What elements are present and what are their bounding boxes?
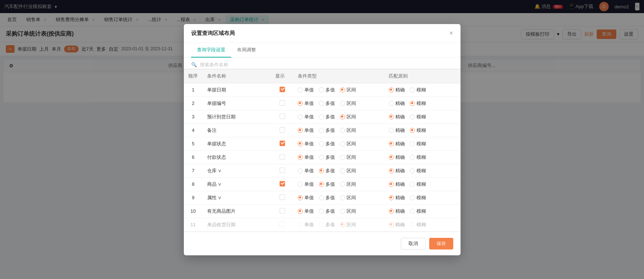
modal-overlay: 设置查询区域布局 × 查询字段设置 布局调整 🔍 顺序 条件名称 显示 条件类型	[0, 0, 644, 106]
radio-type-区间[interactable]: 区间	[340, 100, 356, 106]
table-header-row: 顺序 条件名称 显示 条件类型 匹配原则	[184, 69, 461, 83]
radio-label: 区间	[347, 100, 356, 106]
row-match: 精确模糊	[384, 97, 460, 106]
checkbox-checked[interactable]	[280, 87, 285, 92]
radio-selected	[410, 101, 415, 106]
row-name: 单据编号	[203, 97, 271, 106]
dialog-header: 设置查询区域布局 ×	[184, 24, 461, 43]
radio-selected	[340, 87, 345, 93]
radio-label: 模糊	[416, 87, 426, 93]
checkbox-unchecked[interactable]	[280, 100, 285, 106]
radio-label: 多值	[325, 87, 335, 93]
row-show-checkbox[interactable]	[271, 97, 293, 106]
row-name: 单据日期	[203, 83, 271, 97]
dialog-title: 设置查询区域布局	[191, 30, 235, 37]
radio-label: 精确	[395, 100, 405, 106]
radio-type-多值[interactable]: 多值	[319, 87, 335, 93]
radio-unselected	[410, 87, 415, 93]
row-type: 单值多值区间	[293, 83, 384, 97]
radio-label: 模糊	[416, 100, 426, 106]
dialog-search-bar: 🔍	[184, 58, 461, 69]
radio-unselected	[340, 101, 345, 106]
radio-selected	[389, 87, 394, 93]
dialog-tab-query-fields[interactable]: 查询字段设置	[191, 43, 231, 58]
radio-label: 精确	[395, 87, 405, 93]
radio-match-精确[interactable]: 精确	[389, 100, 405, 106]
radio-unselected	[298, 87, 303, 93]
dialog-close-btn[interactable]: ×	[449, 30, 453, 36]
dialog-table: 顺序 条件名称 显示 条件类型 匹配原则 1单据日期单值多值区间精确模糊2单据编…	[184, 69, 461, 106]
row-order: 1	[184, 83, 203, 97]
search-icon: 🔍	[191, 62, 197, 67]
row-order: 2	[184, 97, 203, 106]
radio-type-单值[interactable]: 单值	[298, 100, 314, 106]
radio-match-模糊[interactable]: 模糊	[410, 100, 426, 106]
search-input[interactable]	[200, 62, 453, 67]
radio-type-多值[interactable]: 多值	[319, 100, 335, 106]
radio-label: 单值	[304, 87, 314, 93]
radio-label: 单值	[304, 100, 314, 106]
radio-type-区间[interactable]: 区间	[340, 87, 356, 93]
radio-match-模糊[interactable]: 模糊	[410, 87, 426, 93]
th-order: 顺序	[184, 69, 203, 83]
radio-label: 多值	[325, 100, 335, 106]
dialog: 设置查询区域布局 × 查询字段设置 布局调整 🔍 顺序 条件名称 显示 条件类型	[184, 24, 461, 106]
dialog-tabs: 查询字段设置 布局调整	[184, 43, 461, 58]
th-type: 条件类型	[293, 69, 384, 83]
radio-unselected	[389, 101, 394, 106]
dialog-table-wrap: 顺序 条件名称 显示 条件类型 匹配原则 1单据日期单值多值区间精确模糊2单据编…	[184, 69, 461, 106]
radio-unselected	[319, 101, 324, 106]
radio-unselected	[319, 87, 324, 93]
table-row: 2单据编号单值多值区间精确模糊	[184, 97, 461, 106]
row-show-checkbox[interactable]	[271, 83, 293, 97]
radio-selected	[298, 101, 303, 106]
row-match: 精确模糊	[384, 83, 460, 97]
row-type: 单值多值区间	[293, 97, 384, 106]
th-match: 匹配原则	[384, 69, 460, 83]
th-name: 条件名称	[203, 69, 271, 83]
table-row: 1单据日期单值多值区间精确模糊	[184, 83, 461, 97]
radio-match-精确[interactable]: 精确	[389, 87, 405, 93]
dialog-tab-layout-adjust[interactable]: 布局调整	[231, 43, 262, 58]
th-show: 显示	[271, 69, 293, 83]
radio-label: 区间	[347, 87, 356, 93]
radio-type-单值[interactable]: 单值	[298, 87, 314, 93]
